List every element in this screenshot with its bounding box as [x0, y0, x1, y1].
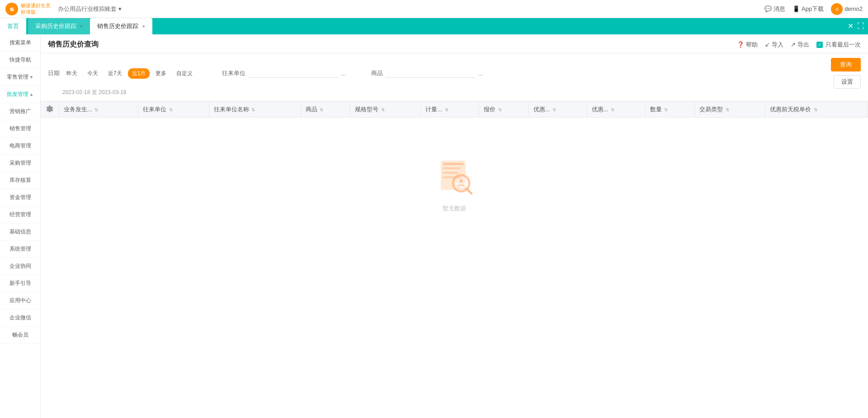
product-browse-button[interactable]: ... [478, 70, 483, 77]
filter-row-2: 2023-02-18 至 2023-03-18 [48, 89, 861, 96]
sidebar-item-operations[interactable]: 经营管理 [0, 206, 40, 223]
svg-text:畅: 畅 [10, 7, 14, 12]
th-business-date[interactable]: 业务发生... ⇅ [59, 101, 138, 118]
date-btn-yesterday[interactable]: 昨天 [62, 68, 81, 79]
tab-home-label: 首页 [7, 22, 19, 30]
finance-label: 资金管理 [9, 194, 31, 201]
sidebar-item-purchase-mgmt[interactable]: 采购管理 [0, 155, 40, 172]
import-label: 导入 [772, 41, 783, 49]
close-all-tabs-button[interactable]: ✕ [848, 23, 854, 30]
tab-sales-history[interactable]: 销售历史价跟踪 × [90, 18, 152, 34]
marketing-label: 营销推广 [9, 108, 31, 115]
sidebar-item-basic-info[interactable]: 基础信息 [0, 223, 40, 241]
content-area: 销售历史价查询 ❓ 帮助 ↙ 导入 ↗ 导出 ✓ 只看最后一次 [41, 34, 868, 418]
tab-sales-close[interactable]: × [142, 24, 145, 29]
tab-sales-label: 销售历史价跟踪 [97, 22, 138, 30]
app-name: 办公用品行业模拟账套 [58, 5, 117, 13]
date-btn-today[interactable]: 今天 [83, 68, 102, 79]
maximize-button[interactable]: ⛶ [857, 23, 864, 30]
th-quote-label: 报价 [484, 106, 495, 113]
th-discount2-label: 优惠... [592, 106, 609, 113]
sidebar-item-wechat[interactable]: 企业微信 [0, 309, 40, 327]
last-only-checkbox-area[interactable]: ✓ 只看最后一次 [816, 41, 861, 49]
partner-browse-button[interactable]: ... [340, 70, 346, 77]
th-trade-type[interactable]: 交易类型 ⇅ [695, 101, 765, 118]
tab-bar-actions: ✕ ⛶ [848, 23, 868, 30]
sidebar-item-app-center[interactable]: 应用中心 [0, 292, 40, 309]
username-label: demo2 [844, 5, 863, 12]
date-btn-last7days[interactable]: 近7天 [104, 68, 126, 79]
sidebar-item-quick-nav[interactable]: 快捷导航 [0, 52, 40, 69]
avatar: d [831, 3, 843, 15]
help-button[interactable]: ❓ 帮助 [737, 41, 758, 49]
th-spec-label: 规格型号 [355, 106, 378, 113]
th-unit[interactable]: 计量... ⇅ [421, 101, 479, 118]
th-discount2[interactable]: 优惠... ⇅ [587, 101, 645, 118]
th-settings[interactable] [41, 101, 59, 118]
date-btn-more[interactable]: 更多 [151, 68, 170, 79]
user-menu[interactable]: d demo2 [831, 3, 863, 15]
empty-text: 暂无数据 [443, 204, 466, 213]
tab-home[interactable]: 首页 [0, 18, 26, 34]
message-icon: 💬 [764, 5, 772, 12]
date-buttons: 昨天 今天 近7天 近1月 更多 自定义 [62, 68, 197, 79]
svg-rect-3 [443, 163, 464, 165]
tab-purchase-close[interactable]: × [80, 24, 83, 29]
logo-area: 畅 畅捷通好生意 标准版 [5, 3, 51, 15]
partner-filter-label: 往来单位 [222, 69, 245, 77]
th-spec[interactable]: 规格型号 ⇅ [350, 101, 421, 118]
date-btn-last1month[interactable]: 近1月 [128, 68, 150, 79]
tab-purchase-label: 采购历史价跟踪 [35, 22, 76, 30]
th-unit-label: 计量... [425, 106, 442, 113]
top-bar-left: 畅 畅捷通好生意 标准版 办公用品行业模拟账套 ▾ [5, 3, 125, 15]
import-button[interactable]: ↙ 导入 [765, 41, 783, 49]
sidebar-item-ecommerce[interactable]: 电商管理 [0, 138, 40, 155]
sidebar-item-finance[interactable]: 资金管理 [0, 189, 40, 206]
svg-rect-6 [443, 176, 462, 178]
tab-bar: 首页 采购历史价跟踪 × 销售历史价跟踪 × ✕ ⛶ [0, 18, 868, 34]
sidebar-item-sales-mgmt[interactable]: 销售管理 [0, 120, 40, 138]
guide-label: 新手引导 [9, 280, 31, 287]
sidebar-item-search-menu[interactable]: 搜索菜单 [0, 34, 40, 52]
page-title: 销售历史价查询 [48, 40, 99, 49]
last-only-checkbox[interactable]: ✓ [816, 42, 823, 48]
export-button[interactable]: ↗ 导出 [791, 41, 809, 49]
th-discount1[interactable]: 优惠... ⇅ [528, 101, 587, 118]
sort-icon-trade-type: ⇅ [726, 107, 729, 112]
sidebar-item-guide[interactable]: 新手引导 [0, 275, 40, 292]
sidebar-item-system[interactable]: 系统管理 [0, 241, 40, 258]
date-filter: 日期 昨天 今天 近7天 近1月 更多 自定义 [48, 68, 197, 79]
settings-gear-icon [46, 105, 53, 112]
th-partner-code[interactable]: 往来单位 ⇅ [138, 101, 209, 118]
app-selector[interactable]: 办公用品行业模拟账套 ▾ [54, 3, 125, 15]
date-btn-custom[interactable]: 自定义 [172, 68, 197, 79]
tab-purchase-history[interactable]: 采购历史价跟踪 × [28, 18, 90, 34]
logo-icon: 畅 [5, 3, 18, 15]
message-button[interactable]: 💬 消息 [764, 5, 785, 13]
sidebar-item-inventory[interactable]: 库存核算 [0, 172, 40, 189]
sidebar-item-enterprise[interactable]: 企业协同 [0, 258, 40, 275]
sidebar-item-marketing[interactable]: 营销推广 [0, 103, 40, 120]
th-quote[interactable]: 报价 ⇅ [479, 101, 528, 118]
sidebar-item-retail-mgmt[interactable]: 零售管理 ▼ [0, 69, 40, 86]
data-table: 业务发生... ⇅ 往来单位 ⇅ 往来单位名称 ⇅ 商品 [41, 101, 868, 249]
retail-mgmt-arrow: ▼ [29, 75, 34, 80]
th-quantity[interactable]: 数量 ⇅ [645, 101, 694, 118]
table-header-row: 业务发生... ⇅ 往来单位 ⇅ 往来单位名称 ⇅ 商品 [41, 101, 868, 118]
settings-button[interactable]: 设置 [834, 75, 861, 89]
sort-icon-quantity: ⇅ [664, 107, 668, 112]
partner-input[interactable] [248, 69, 339, 78]
th-partner-name[interactable]: 往来单位名称 ⇅ [209, 101, 301, 118]
export-label: 导出 [797, 41, 809, 49]
th-product[interactable]: 商品 ⇅ [301, 101, 350, 118]
search-button[interactable]: 查询 [831, 58, 861, 71]
partner-input-area: ... [248, 69, 346, 78]
sidebar-item-wholesale-mgmt[interactable]: 批发管理 ▲ [0, 86, 40, 103]
filter-action-buttons: 查询 设置 [831, 58, 861, 89]
enterprise-label: 企业协同 [9, 262, 31, 270]
sidebar-item-member[interactable]: 畅会员 [0, 327, 40, 344]
download-button[interactable]: 📱 App下载 [793, 5, 824, 13]
product-input[interactable] [386, 69, 476, 78]
th-pretax-price[interactable]: 优惠前无税单价 ⇅ [765, 101, 868, 118]
operations-label: 经营管理 [9, 211, 31, 218]
